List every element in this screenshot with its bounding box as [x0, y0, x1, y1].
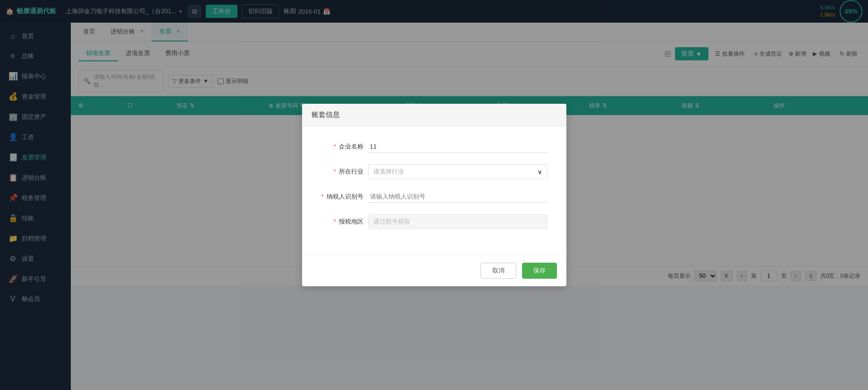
dialog-footer: 取消 保存 [302, 255, 566, 286]
cancel-button[interactable]: 取消 [480, 263, 516, 279]
tax-region-display: 通过税号获取 [368, 214, 548, 229]
industry-select[interactable]: 请选择行业 ∨ [368, 164, 548, 179]
industry-label: * 所在行业 [321, 167, 368, 176]
required-star-2: * [334, 168, 336, 175]
industry-placeholder: 请选择行业 [373, 167, 404, 176]
form-row-company: * 企业名称 [321, 141, 548, 153]
save-button[interactable]: 保存 [522, 263, 557, 279]
required-star-4: * [334, 218, 336, 225]
company-name-label: * 企业名称 [321, 142, 368, 151]
dialog-title: 账套信息 [302, 104, 566, 126]
industry-chevron-icon: ∨ [538, 168, 542, 175]
tax-id-input[interactable] [368, 191, 548, 203]
dialog-overlay: 账套信息 * 企业名称 * 所在行业 请选择行业 ∨ [0, 0, 868, 390]
tax-region-label: * 报税地区 [321, 217, 368, 226]
form-row-industry: * 所在行业 请选择行业 ∨ [321, 164, 548, 179]
dialog-body: * 企业名称 * 所在行业 请选择行业 ∨ * [302, 126, 566, 255]
form-row-tax-id: * 纳税人识别号 [321, 191, 548, 203]
account-info-dialog: 账套信息 * 企业名称 * 所在行业 请选择行业 ∨ [302, 104, 566, 286]
form-row-tax-region: * 报税地区 通过税号获取 [321, 214, 548, 229]
required-star-3: * [321, 193, 324, 200]
company-name-input[interactable] [368, 141, 548, 153]
tax-id-label: * 纳税人识别号 [321, 192, 368, 201]
required-star: * [334, 143, 336, 150]
